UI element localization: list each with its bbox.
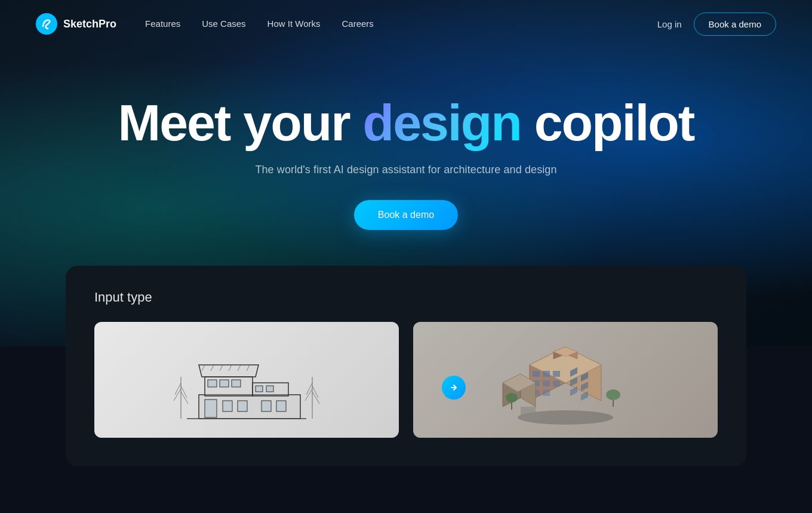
card-fast-sketch[interactable]: Fast Sketch (94, 322, 399, 438)
nav-link-features[interactable]: Features (145, 19, 180, 29)
sketch-illustration (169, 335, 324, 425)
book-demo-button-hero[interactable]: Book a demo (354, 200, 458, 230)
svg-line-3 (181, 386, 187, 398)
svg-point-59 (606, 389, 620, 400)
nav-link-careers[interactable]: Careers (342, 19, 374, 29)
svg-line-10 (312, 392, 319, 404)
svg-rect-20 (205, 400, 217, 417)
3d-illustration (494, 335, 637, 425)
svg-rect-36 (533, 371, 540, 377)
svg-point-0 (36, 13, 57, 35)
svg-rect-41 (553, 380, 560, 386)
logo-icon (36, 13, 57, 35)
svg-rect-15 (208, 380, 217, 387)
input-type-section: Input type (66, 266, 746, 466)
logo-text: SketchPro (63, 18, 116, 30)
next-arrow-button[interactable] (442, 376, 466, 400)
logo-link[interactable]: SketchPro (36, 13, 116, 35)
hero-title: Meet your design copilot (118, 96, 694, 149)
hero-section: Meet your design copilot The world's fir… (0, 48, 812, 266)
svg-rect-40 (543, 380, 550, 386)
navbar: SketchPro Features Use Cases How It Work… (0, 0, 812, 48)
svg-rect-37 (543, 371, 550, 377)
svg-rect-18 (256, 386, 263, 392)
svg-line-2 (175, 383, 181, 395)
svg-rect-43 (543, 390, 550, 396)
nav-item-features[interactable]: Features (145, 19, 180, 29)
book-demo-button-nav[interactable]: Book a demo (694, 13, 776, 36)
svg-line-7 (306, 383, 312, 395)
arrow-right-icon (448, 382, 459, 393)
svg-rect-17 (232, 380, 241, 387)
cards-row: Fast Sketch (94, 322, 718, 438)
nav-item-use-cases[interactable]: Use Cases (202, 19, 245, 29)
login-button[interactable]: Log in (657, 19, 682, 29)
hero-title-prefix: Meet your (118, 94, 363, 151)
svg-line-5 (181, 392, 188, 404)
hero-subtitle: The world's first AI design assistant fo… (255, 164, 556, 176)
svg-marker-56 (521, 407, 536, 416)
hero-title-gradient: design (363, 94, 521, 151)
svg-line-8 (312, 386, 318, 398)
nav-link-how-it-works[interactable]: How It Works (267, 19, 321, 29)
nav-item-how-it-works[interactable]: How It Works (267, 19, 321, 29)
svg-rect-22 (238, 401, 247, 411)
nav-links: Features Use Cases How It Works Careers (145, 19, 374, 29)
input-type-label: Input type (94, 290, 718, 305)
svg-rect-23 (262, 401, 271, 411)
nav-link-use-cases[interactable]: Use Cases (202, 19, 245, 29)
svg-rect-24 (276, 401, 286, 411)
svg-line-9 (305, 389, 312, 401)
svg-rect-38 (553, 371, 560, 377)
svg-rect-19 (266, 386, 273, 392)
card-image-sketch (94, 322, 399, 438)
svg-rect-21 (223, 401, 232, 411)
svg-line-4 (174, 389, 181, 401)
nav-left: SketchPro Features Use Cases How It Work… (36, 13, 374, 35)
svg-rect-16 (220, 380, 229, 387)
nav-right: Log in Book a demo (657, 13, 776, 36)
svg-point-57 (506, 393, 518, 403)
svg-marker-48 (570, 386, 577, 396)
nav-item-careers[interactable]: Careers (342, 19, 374, 29)
hero-title-suffix: copilot (521, 94, 694, 151)
